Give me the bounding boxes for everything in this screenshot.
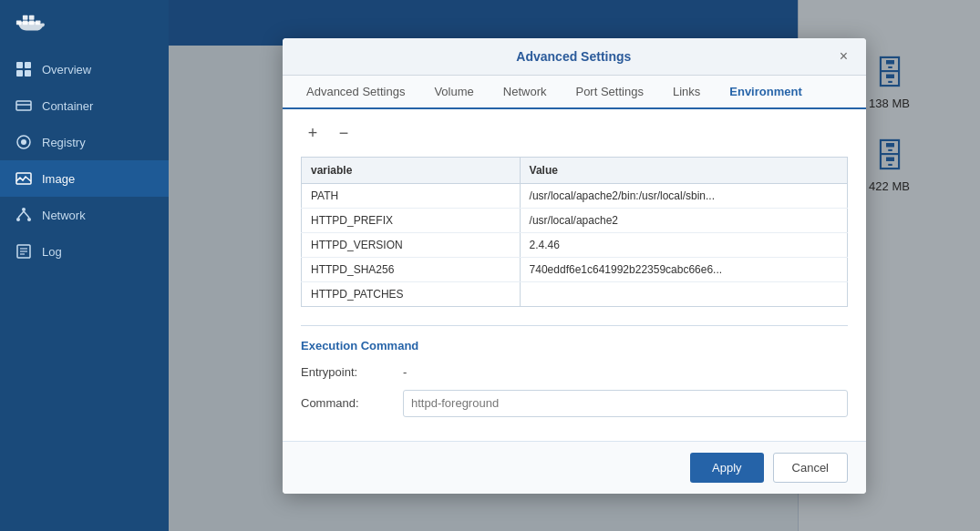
sidebar-item-label-container: Container [42,99,93,113]
sidebar-item-registry[interactable]: Registry [0,124,169,160]
execution-command-title: Execution Command [301,339,848,352]
modal-titlebar: Advanced Settings × [283,38,866,76]
env-value-cell: 2.4.46 [520,232,847,257]
env-variable-cell: HTTPD_VERSION [302,232,521,257]
env-variable-cell: HTTPD_SHA256 [302,257,521,281]
modal-title: Advanced Settings [314,49,834,64]
cancel-button[interactable]: Cancel [773,453,848,483]
advanced-settings-modal: Advanced Settings × Advanced Settings Vo… [283,38,866,494]
table-row: HTTPD_PREFIX/usr/local/apache2 [302,208,848,232]
env-variable-cell: HTTPD_PREFIX [302,208,521,232]
apply-button[interactable]: Apply [690,453,764,483]
registry-icon [15,133,33,151]
modal-tabs: Advanced Settings Volume Network Port Se… [283,76,866,109]
sidebar-item-label-network: Network [42,209,86,222]
command-input[interactable] [403,390,848,417]
table-row: HTTPD_SHA256740eddf6e1c641992b22359cabc6… [302,257,848,281]
table-row: PATH/usr/local/apache2/bin:/usr/local/sb… [302,183,848,208]
tab-advanced-settings[interactable]: Advanced Settings [292,76,419,109]
tab-environment[interactable]: Environment [715,76,816,109]
tab-port-settings[interactable]: Port Settings [561,76,657,109]
sidebar-item-container[interactable]: Container [0,87,169,124]
svg-point-17 [27,218,31,221]
env-variable-cell: HTTPD_PATCHES [302,281,521,306]
main-area: 🗄 138 MB 🗄 422 MB Advanced Settings × Ad… [169,0,980,531]
add-env-button[interactable]: + [301,122,325,146]
svg-line-18 [18,211,24,218]
sidebar-item-label-log: Log [42,245,62,259]
env-value-cell: 740eddf6e1c641992b22359cabc66e6... [520,257,847,281]
svg-line-19 [24,211,29,218]
env-value-cell: /usr/local/apache2 [520,208,847,232]
svg-rect-4 [29,15,35,20]
remove-env-button[interactable]: − [332,122,356,146]
col-header-variable: variable [302,157,521,183]
svg-rect-6 [16,62,23,68]
svg-rect-2 [23,15,28,20]
container-icon [15,97,33,115]
sidebar-item-log[interactable]: Log [0,233,169,270]
tab-volume[interactable]: Volume [419,76,488,109]
grid-icon [15,60,33,78]
close-button[interactable]: × [834,47,853,66]
environment-table: variable Value PATH/usr/local/apache2/bi… [301,157,848,307]
env-toolbar: + − [301,122,848,146]
svg-rect-8 [16,70,23,77]
svg-rect-7 [25,62,31,68]
env-value-cell: /usr/local/apache2/bin:/usr/local/sbin..… [520,183,847,208]
svg-point-15 [22,208,26,211]
modal-body: + − variable Value PATH/usr/local/apache… [283,109,866,441]
entrypoint-label: Entrypoint: [301,365,392,379]
tab-network[interactable]: Network [489,76,562,109]
log-icon [15,242,33,260]
env-variable-cell: PATH [302,183,521,208]
svg-point-16 [16,218,20,221]
svg-point-13 [21,139,26,145]
docker-logo-icon [15,13,47,38]
tab-links[interactable]: Links [658,76,715,109]
sidebar-item-overview[interactable]: Overview [0,51,169,87]
section-divider [301,325,848,326]
network-icon [15,206,33,224]
entrypoint-value: - [403,365,407,379]
sidebar-item-network[interactable]: Network [0,197,169,233]
sidebar-item-label-image: Image [42,172,75,186]
col-header-value: Value [520,157,847,183]
modal-footer: Apply Cancel [283,441,866,494]
modal-overlay: Advanced Settings × Advanced Settings Vo… [169,0,980,531]
entrypoint-row: Entrypoint: - [301,365,848,379]
command-row: Command: [301,390,848,417]
table-row: HTTPD_VERSION2.4.46 [302,232,848,257]
app-logo [0,0,169,51]
image-icon [15,169,33,188]
sidebar-item-image[interactable]: Image [0,160,169,197]
sidebar: Overview Container Registry Image Networ… [0,0,169,531]
svg-rect-10 [16,101,31,110]
sidebar-item-label-registry: Registry [42,136,86,149]
sidebar-item-label-overview: Overview [42,63,91,77]
command-label: Command: [301,396,392,410]
svg-rect-9 [25,70,31,77]
env-value-cell [520,281,847,306]
table-row: HTTPD_PATCHES [302,281,848,306]
